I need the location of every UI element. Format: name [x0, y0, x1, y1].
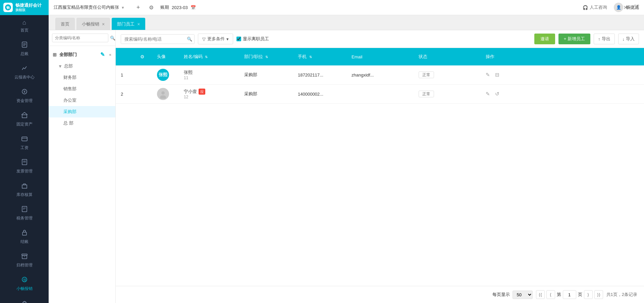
name-code: 张熙 11 — [184, 69, 234, 80]
import-icon: ↓ — [623, 37, 625, 42]
name-sort-icon: ⇅ — [205, 55, 208, 59]
dept-item-purchase[interactable]: 采购部 — [49, 106, 115, 117]
invite-button[interactable]: 邀请 — [534, 34, 555, 44]
sidebar-item-invoice[interactable]: 发票管理 — [0, 155, 49, 178]
maximize-icon[interactable]: ⛶ — [633, 3, 641, 11]
page-size-selector: 每页显示 50 10 20 100 — [492, 291, 533, 299]
sidebar-label-home: 首页 — [20, 28, 29, 33]
sidebar-item-archive[interactable]: 归档管理 — [0, 249, 49, 272]
expense-icon: 报 — [21, 276, 28, 285]
all-depts-item[interactable]: ⊞ 全部部门 ✎ « — [49, 49, 115, 60]
sidebar-label-reports: 云报表中心 — [14, 74, 35, 80]
column-settings-button[interactable]: ⚙ — [138, 52, 147, 61]
table-header: ⚙ 头像 姓名/编码 ⇅ 部门/职位 ⇅ — [116, 48, 644, 65]
page-total-label: 共1页，2条记录 — [606, 292, 637, 298]
edit-icon[interactable]: ✎ — [486, 72, 490, 78]
headset-icon: 🎧 — [583, 5, 588, 10]
edit-dept-icon[interactable]: ✎ — [100, 51, 105, 58]
tab-expense[interactable]: 小畅报销 × — [76, 18, 110, 30]
table-body: 1 张熙 张熙 11 — [116, 65, 644, 104]
filter-chevron-icon: ▾ — [226, 37, 229, 42]
logout-icon[interactable]: ⊟ — [495, 72, 499, 78]
sidebar-item-assets[interactable]: 固定资产 — [0, 108, 49, 131]
sidebar-item-reports[interactable]: 云报表中心 — [0, 61, 49, 84]
tax-icon — [21, 206, 28, 214]
tab-expense-close-icon[interactable]: × — [102, 21, 105, 27]
all-depts-label: 全部部门 — [59, 52, 77, 58]
add-employee-button[interactable]: + 新增员工 — [558, 34, 590, 44]
dept-panel: 🔍 ⊞ 全部部门 ✎ « ▼ 总部 财务部 — [49, 30, 116, 303]
close-icon[interactable]: ✕ — [621, 3, 629, 11]
sidebar-item-inventory[interactable]: 库存核算 — [0, 178, 49, 202]
employee-search-icon[interactable]: 🔍 — [184, 35, 195, 44]
next-page-button[interactable]: ⟩ — [584, 290, 593, 299]
dept-item-hq2[interactable]: 总 部 — [49, 117, 115, 129]
sidebar-item-tax[interactable]: 税务管理 — [0, 202, 49, 225]
app-logo: 畅 畅捷通好会计 旗舰版 — [0, 0, 49, 15]
sidebar-label-assets: 固定资产 — [16, 121, 33, 127]
calendar-icon: 📅 — [191, 5, 196, 10]
collapse-icon[interactable]: « — [109, 52, 111, 57]
dept-search-input[interactable] — [52, 34, 108, 42]
export-button[interactable]: ↑ 导出 — [594, 34, 615, 44]
tab-employees-close-icon[interactable]: × — [137, 21, 140, 27]
show-inactive-checkbox[interactable] — [236, 37, 241, 41]
dept-item-office[interactable]: 办公室 — [49, 95, 115, 106]
employee-code: 12 — [184, 95, 205, 99]
svg-text:报: 报 — [22, 278, 26, 282]
dept-label-sales: 销售部 — [63, 86, 76, 92]
settings-button[interactable]: ⚙ — [147, 3, 155, 11]
add-button[interactable]: + — [134, 3, 142, 11]
dept-item-finance[interactable]: 财务部 — [49, 72, 115, 83]
sidebar-item-closing[interactable]: 结账 — [0, 225, 49, 249]
period-selector[interactable]: 账期 2023-03 📅 — [160, 4, 196, 10]
sidebar-item-salary[interactable]: 工资 — [0, 131, 49, 155]
closing-icon — [21, 229, 28, 238]
sidebar: ⌂ 首页 总账 云报表中心 ¥ 资金管理 固定资产 — [0, 15, 49, 303]
period-label: 账期 — [160, 4, 169, 10]
show-inactive-checkbox-label[interactable]: 显示离职员工 — [236, 36, 269, 42]
dept-item-hq[interactable]: ▼ 总部 — [49, 60, 115, 72]
company-name: 江西服宝精品有限责任公司内账张 — [54, 4, 119, 10]
sidebar-item-funds[interactable]: ¥ 资金管理 — [0, 84, 49, 108]
prev-page-button[interactable]: ⟨ — [546, 290, 555, 299]
sidebar-item-expense[interactable]: 报 小畅报销 — [0, 272, 49, 296]
sidebar-item-ledger[interactable]: 总账 — [0, 37, 49, 61]
refresh-icon[interactable]: ↺ — [495, 91, 499, 97]
service-button[interactable]: 🎧 人工咨询 — [583, 4, 607, 10]
first-page-button[interactable]: ⟨⟨ — [536, 290, 545, 299]
import-button[interactable]: ↓ 导入 — [618, 34, 639, 44]
svg-point-27 — [160, 95, 166, 99]
col-name[interactable]: 姓名/编码 ⇅ — [179, 48, 239, 65]
employee-table: ⚙ 头像 姓名/编码 ⇅ 部门/职位 ⇅ — [116, 48, 644, 286]
sidebar-label-funds: 资金管理 — [16, 98, 33, 104]
dept-label-hq: 总部 — [64, 63, 73, 69]
company-selector[interactable]: 江西服宝精品有限责任公司内账张 ▾ — [49, 4, 129, 10]
action-icons: ✎ ↺ — [486, 91, 639, 97]
dept-search-icon[interactable]: 🔍 — [110, 36, 115, 41]
row2-status-cell: 正常 — [414, 85, 481, 104]
last-page-button[interactable]: ⟩⟩ — [594, 290, 603, 299]
dept-item-sales[interactable]: 销售部 — [49, 83, 115, 95]
sidebar-label-inventory: 库存核算 — [16, 192, 33, 198]
sidebar-label-expense: 小畅报销 — [16, 286, 33, 292]
employee-search-box: 🔍 — [121, 34, 195, 44]
company-chevron-icon: ▾ — [122, 5, 124, 10]
page-size-select[interactable]: 50 10 20 100 — [513, 291, 533, 299]
col-dept[interactable]: 部门/职位 ⇅ — [239, 48, 293, 65]
sidebar-item-settings[interactable]: ⚙ 基础设置 — [0, 296, 49, 303]
edit-icon[interactable]: ✎ — [486, 91, 490, 97]
status-badge: 正常 — [419, 71, 434, 78]
tab-employees[interactable]: 部门员工 × — [112, 18, 145, 30]
tab-home[interactable]: 首页 — [55, 18, 75, 30]
employee-search-input[interactable] — [121, 35, 184, 44]
more-filter-button[interactable]: ▽ 更多条件 ▾ — [198, 34, 233, 44]
col-actions: 操作 — [481, 48, 644, 65]
row1-email-cell: zhangxidf... — [346, 65, 414, 85]
page-number-input[interactable] — [563, 290, 576, 299]
table-toolbar: 🔍 ▽ 更多条件 ▾ 显示离职员工 邀请 + 新增员工 — [116, 30, 644, 48]
sidebar-item-home[interactable]: ⌂ 首页 — [0, 15, 49, 37]
svg-rect-20 — [22, 255, 27, 259]
row2-dept-cell: 采购部 — [239, 85, 293, 104]
col-phone[interactable]: 手机 ⇅ — [293, 48, 346, 65]
